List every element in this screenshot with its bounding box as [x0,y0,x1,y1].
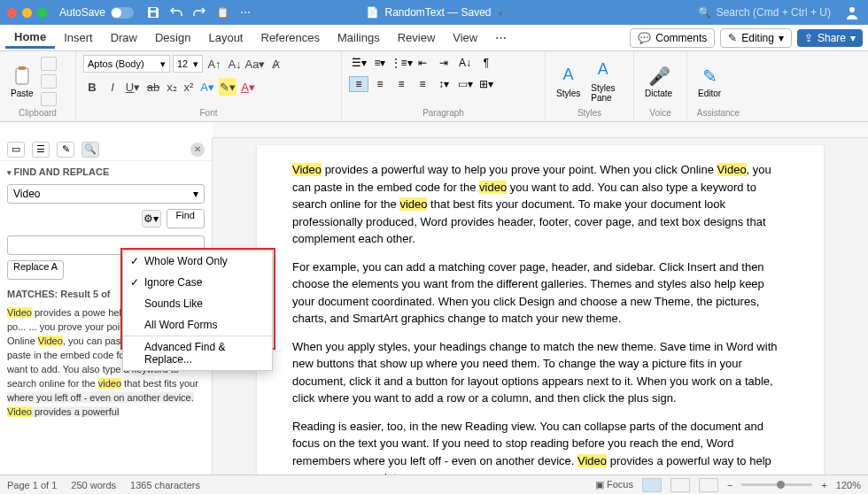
highlight-button[interactable]: ✎▾ [219,78,236,96]
subscript-button[interactable]: x₂ [165,78,179,96]
page[interactable]: Video provides a powerful way to help yo… [257,145,824,475]
account-button[interactable] [843,4,861,21]
text-effects-button[interactable]: A▾ [198,78,216,96]
tab-insert[interactable]: Insert [55,28,102,47]
ruler[interactable] [213,122,868,138]
styles-button[interactable]: AStyles [553,64,584,100]
paragraph[interactable]: For example, you can add a matching cove… [292,259,788,328]
tab-review[interactable]: Review [389,28,445,47]
minimize-window[interactable] [22,8,32,18]
autosave-label: AutoSave [59,6,105,19]
dictate-button[interactable]: 🎤Dictate [641,64,676,100]
tab-overflow[interactable]: ⋯ [486,28,515,47]
paragraph[interactable]: When you apply styles, your headings cha… [292,338,788,407]
menu-all-word-forms[interactable]: All Word Forms [123,314,272,336]
search-tab[interactable]: 🔍 [81,142,99,158]
tab-home[interactable]: Home [5,27,55,49]
format-painter-button[interactable] [41,92,57,106]
superscript-button[interactable]: x² [182,78,196,96]
tab-references[interactable]: References [252,28,329,47]
close-sidebar-button[interactable]: ✕ [190,143,205,157]
zoom-level[interactable]: 120% [836,480,861,490]
decrease-font-icon[interactable]: A↓ [226,55,244,73]
search-box[interactable]: 🔍 Search (Cmd + Ctrl + U) [698,6,831,19]
justify-button[interactable]: ≡ [413,76,432,92]
zoom-slider[interactable] [741,483,812,486]
underline-button[interactable]: U▾ [124,78,142,96]
styles-pane-button[interactable]: AStyles Pane [587,58,618,104]
char-count[interactable]: 1365 characters [130,480,200,490]
page-indicator[interactable]: Page 1 of 1 [7,480,57,490]
focus-mode-button[interactable]: ▣ Focus [595,479,633,490]
tab-draw[interactable]: Draw [102,28,146,47]
share-button[interactable]: ⇪ Share ▾ [797,29,863,47]
align-left-button[interactable]: ≡ [349,76,368,92]
paste-button[interactable]: Paste [7,64,37,100]
cut-button[interactable] [41,57,57,71]
strikethrough-button[interactable]: ab [144,78,162,96]
editor-button[interactable]: ✎Editor [694,64,725,100]
italic-button[interactable]: I [104,78,121,96]
find-replace-header[interactable]: FIND AND REPLACE [0,161,212,182]
tab-mailings[interactable]: Mailings [329,28,389,47]
multilevel-list-button[interactable]: ⋮≡▾ [391,55,411,71]
bullets-button[interactable]: ☰▾ [349,55,368,71]
paragraph[interactable]: Reading is easier, too, in the new Readi… [292,418,788,475]
ellipsis-icon[interactable]: ⋯ [238,5,252,19]
align-center-button[interactable]: ≡ [370,76,390,92]
bold-button[interactable]: B [83,78,101,96]
menu-whole-word[interactable]: Whole Word Only [123,251,272,272]
maximize-window[interactable] [37,8,47,18]
sort-button[interactable]: A↓ [455,55,475,71]
find-input[interactable]: Video▾ [7,184,205,204]
svg-rect-2 [19,66,26,70]
outline-view[interactable] [699,478,718,492]
menu-sounds-like[interactable]: Sounds Like [123,293,272,314]
headings-tab[interactable]: ☰ [32,142,50,158]
shading-button[interactable]: ▭▾ [455,76,475,92]
menu-advanced-find[interactable]: Advanced Find & Replace... [123,336,272,370]
font-size-combo[interactable]: 12▾ [173,55,203,73]
group-label: Clipboard [7,108,68,120]
paste-qat-icon[interactable]: 📋 [215,5,229,19]
paragraph[interactable]: Video provides a powerful way to help yo… [292,161,788,248]
redo-icon[interactable] [192,5,206,19]
zoom-in-button[interactable]: + [821,480,826,490]
borders-button[interactable]: ⊞▾ [477,76,496,92]
autosave-toggle[interactable]: AutoSave [59,6,134,19]
print-layout-view[interactable] [642,478,662,492]
document-area[interactable]: Video provides a powerful way to help yo… [213,138,868,475]
undo-icon[interactable] [169,5,183,19]
zoom-out-button[interactable]: − [727,480,732,490]
reviewing-tab[interactable]: ✎ [57,142,74,158]
document-title[interactable]: 📄 RandomText — Saved [366,6,501,19]
change-case-icon[interactable]: Aa▾ [246,55,264,73]
find-button[interactable]: Find [167,209,205,228]
copy-button[interactable] [41,74,57,89]
decrease-indent-button[interactable]: ⇤ [413,55,432,71]
increase-indent-button[interactable]: ⇥ [434,55,453,71]
font-color-button[interactable]: A▾ [239,78,257,96]
comments-button[interactable]: 💬 Comments [630,28,715,48]
replace-all-button[interactable]: Replace A [7,260,64,280]
tab-layout[interactable]: Layout [199,28,252,47]
find-settings-button[interactable]: ⚙▾ [142,210,161,228]
editing-mode-button[interactable]: ✎ Editing ▾ [720,28,792,48]
word-count[interactable]: 250 words [71,480,116,490]
close-window[interactable] [7,8,17,18]
web-layout-view[interactable] [670,478,690,492]
increase-font-icon[interactable]: A↑ [205,55,223,73]
clear-formatting-icon[interactable]: A̷ [267,55,284,73]
font-name-combo[interactable]: Aptos (Body)▾ [83,55,170,73]
tab-view[interactable]: View [444,28,486,47]
toggle-switch[interactable] [111,7,134,19]
numbering-button[interactable]: ≡▾ [370,55,390,71]
line-spacing-button[interactable]: ↕▾ [434,76,453,92]
align-right-button[interactable]: ≡ [391,76,411,92]
tab-design[interactable]: Design [146,28,199,47]
show-marks-button[interactable]: ¶ [477,55,496,71]
chevron-down-icon[interactable]: ▾ [193,188,198,200]
thumbnails-tab[interactable]: ▭ [7,142,25,158]
save-icon[interactable] [146,5,160,19]
menu-ignore-case[interactable]: Ignore Case [123,272,272,293]
